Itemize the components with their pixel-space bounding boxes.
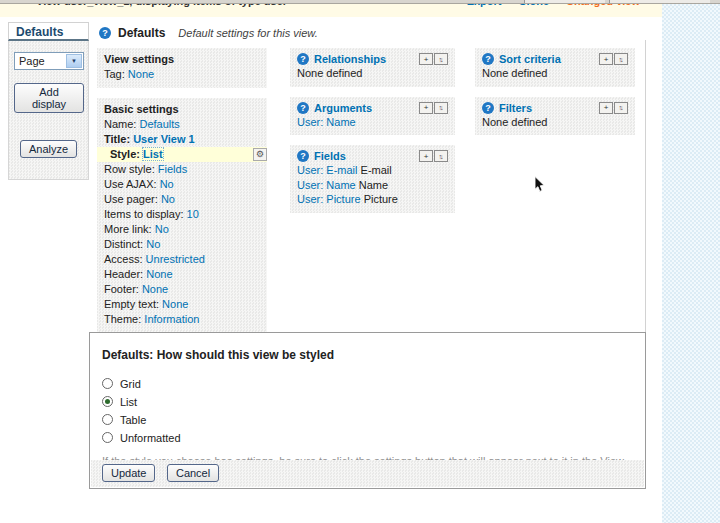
style-option-unformatted[interactable]: Unformatted xyxy=(102,429,252,446)
rearrange-fields-button[interactable]: ↑↓ xyxy=(434,150,448,162)
help-icon[interactable]: ? xyxy=(99,27,111,39)
sort-criteria-empty: None defined xyxy=(482,66,628,81)
relationships-title[interactable]: Relationships xyxy=(314,53,419,65)
plus-icon: + xyxy=(424,152,429,161)
setting-value-link[interactable]: Unrestricted xyxy=(146,253,205,265)
argument-item-link[interactable]: User: Name xyxy=(297,116,356,128)
sort-criteria-group: ? Sort criteria + ↑↓ None defined xyxy=(475,48,635,87)
filters-empty: None defined xyxy=(482,115,628,130)
view-settings-rows: Tag: None xyxy=(104,67,260,82)
style-option-grid[interactable]: Grid xyxy=(102,375,252,392)
sort-criteria-ops: + ↑↓ xyxy=(599,53,628,65)
setting-value-link[interactable]: None xyxy=(142,283,168,295)
relationships-group: ? Relationships + ↑↓ None defined xyxy=(290,48,455,87)
cancel-button[interactable]: Cancel xyxy=(167,464,219,482)
setting-label: Tag: xyxy=(104,68,128,80)
rearrange-sorts-button[interactable]: ↑↓ xyxy=(614,53,628,65)
chrome-segment xyxy=(609,0,710,3)
fields-group: ? Fields + ↑↓ User: E-mail E-mailUser: N… xyxy=(290,145,455,213)
relationships-empty: None defined xyxy=(297,66,448,81)
radio-table[interactable] xyxy=(102,414,113,425)
setting-value-link[interactable]: List xyxy=(143,148,163,160)
sort-criteria-title[interactable]: Sort criteria xyxy=(499,53,599,65)
add-filter-button[interactable]: + xyxy=(599,102,613,114)
setting-row: Title: User View 1 xyxy=(104,132,260,147)
setting-value-link[interactable]: None xyxy=(128,68,154,80)
update-button[interactable]: Update xyxy=(102,464,155,482)
setting-row: Theme: Information xyxy=(104,312,260,327)
display-type-select[interactable]: Page ▼ xyxy=(14,52,84,70)
display-title: Defaults xyxy=(118,26,165,40)
setting-value-link[interactable]: Information xyxy=(144,313,199,325)
setting-label: Name: xyxy=(104,118,139,130)
add-display-button[interactable]: Add display xyxy=(14,83,84,113)
help-icon[interactable]: ? xyxy=(297,102,309,114)
sort-criteria-header: ? Sort criteria + ↑↓ xyxy=(482,53,628,65)
radio-label: Grid xyxy=(120,378,141,390)
arguments-title[interactable]: Arguments xyxy=(314,102,419,114)
setting-label: Items to display: xyxy=(104,208,187,220)
add-argument-button[interactable]: + xyxy=(419,102,433,114)
field-item-link[interactable]: User: E-mail xyxy=(297,164,358,176)
setting-value-link[interactable]: Fields xyxy=(158,163,187,175)
rearrange-arguments-button[interactable]: ↑↓ xyxy=(434,102,448,114)
display-type-select-value: Page xyxy=(19,55,45,67)
setting-row: Use pager: No xyxy=(104,192,260,207)
radio-grid[interactable] xyxy=(102,378,113,389)
arguments-ops: + ↑↓ xyxy=(419,102,448,114)
radio-unformatted[interactable] xyxy=(102,432,113,443)
gear-icon: ⚙ xyxy=(256,149,264,159)
fields-items: User: E-mail E-mailUser: Name NameUser: … xyxy=(297,163,448,207)
sidebar-body: Page ▼ Add display Analyze xyxy=(8,41,89,180)
setting-row: Header: None xyxy=(104,267,260,282)
setting-row: More link: No xyxy=(104,222,260,237)
chevron-glyph: ▼ xyxy=(71,58,77,64)
rearrange-filters-button[interactable]: ↑↓ xyxy=(614,102,628,114)
setting-row: Footer: None xyxy=(104,282,260,297)
arguments-group: ? Arguments + ↑↓ User: Name xyxy=(290,97,455,136)
add-sort-button[interactable]: + xyxy=(599,53,613,65)
analyze-button[interactable]: Analyze xyxy=(20,140,77,158)
setting-value-link[interactable]: None xyxy=(162,298,188,310)
setting-value-link[interactable]: User View 1 xyxy=(133,133,195,145)
fields-header: ? Fields + ↑↓ xyxy=(297,150,448,162)
style-settings-gear-button[interactable]: ⚙ xyxy=(253,148,267,161)
overview-column-1: View settings Tag: None Basic settings N… xyxy=(97,48,267,343)
tab-defaults[interactable]: Defaults xyxy=(8,22,89,41)
setting-label: Use pager: xyxy=(104,193,161,205)
setting-value-link[interactable]: 10 xyxy=(187,208,199,220)
help-icon[interactable]: ? xyxy=(482,53,494,65)
filters-group: ? Filters + ↑↓ None defined xyxy=(475,97,635,136)
setting-value-link[interactable]: No xyxy=(161,193,175,205)
browser-chrome-edge xyxy=(0,0,720,4)
setting-row: Use AJAX: No xyxy=(104,177,260,192)
setting-value-link[interactable]: Defaults xyxy=(139,118,179,130)
field-item-link[interactable]: User: Name xyxy=(297,179,356,191)
setting-value-link[interactable]: No xyxy=(146,238,160,250)
style-option-table[interactable]: Table xyxy=(102,411,252,428)
setting-label: Empty text: xyxy=(104,298,162,310)
setting-value-link[interactable]: No xyxy=(155,223,169,235)
fields-title[interactable]: Fields xyxy=(314,150,419,162)
arguments-header: ? Arguments + ↑↓ xyxy=(297,102,448,114)
field-item-link[interactable]: User: Picture xyxy=(297,193,361,205)
style-option-list[interactable]: List xyxy=(102,393,252,410)
style-options: GridListTableUnformatted xyxy=(102,375,645,446)
help-icon[interactable]: ? xyxy=(482,102,494,114)
setting-value-link[interactable]: No xyxy=(160,178,174,190)
filters-title[interactable]: Filters xyxy=(499,102,599,114)
setting-row: Row style: Fields xyxy=(104,162,260,177)
add-field-button[interactable]: + xyxy=(419,150,433,162)
display-header: ? Defaults Default settings for this vie… xyxy=(99,26,318,40)
setting-label: Use AJAX: xyxy=(104,178,160,190)
help-icon[interactable]: ? xyxy=(297,53,309,65)
help-icon[interactable]: ? xyxy=(297,150,309,162)
setting-value-link[interactable]: None xyxy=(146,268,172,280)
view-settings-group: View settings Tag: None xyxy=(97,48,267,88)
chevron-down-icon[interactable]: ▼ xyxy=(66,54,82,68)
add-relationship-button[interactable]: + xyxy=(419,53,433,65)
rearrange-relationships-button[interactable]: ↑↓ xyxy=(434,53,448,65)
style-settings-form: Defaults: How should this view be styled… xyxy=(89,332,646,489)
radio-list[interactable] xyxy=(102,396,113,407)
setting-label: Theme: xyxy=(104,313,144,325)
